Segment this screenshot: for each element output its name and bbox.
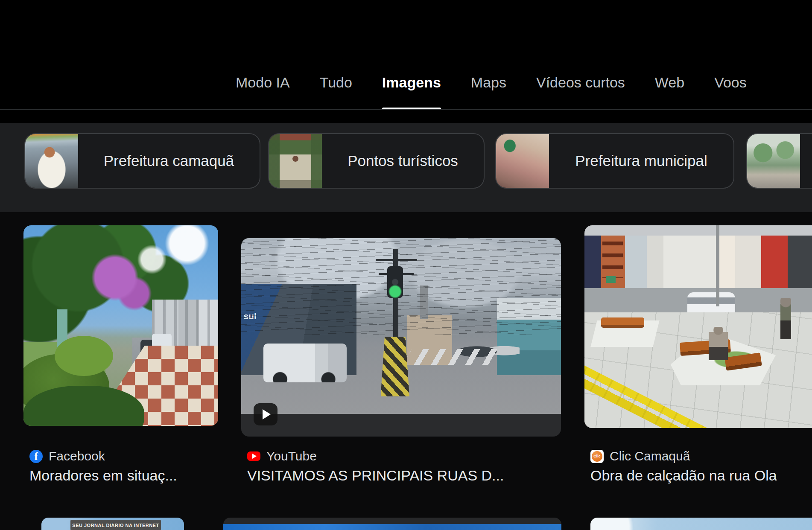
result-source-youtube[interactable]: YouTube (247, 449, 317, 463)
header: Modo IA Tudo Imagens Maps Vídeos curtos … (0, 0, 812, 123)
source-name: Facebook (49, 449, 105, 463)
chip-thumbnail (269, 134, 322, 188)
image-results-grid: f Facebook Moradores em situaç... sul (0, 212, 812, 530)
photo-shape (602, 242, 623, 278)
photo-shape (716, 225, 719, 306)
clic-camaqua-icon: Clic (590, 450, 604, 463)
chip-cut-off[interactable] (746, 133, 812, 189)
facebook-letter: f (34, 450, 38, 463)
related-searches-chip-bar: Prefeitura camaquã Pontos turísticos Pre… (0, 123, 812, 212)
result-title[interactable]: Obra de calçadão na rua Ola (590, 467, 777, 484)
clic-text: Clic (593, 454, 601, 458)
chip-prefeitura-camaqua[interactable]: Prefeitura camaquã (24, 133, 260, 189)
source-name: Clic Camaquã (610, 449, 690, 463)
youtube-icon (247, 451, 260, 461)
tab-imagens[interactable]: Imagens (382, 72, 441, 110)
result-thumbnail-plaza[interactable] (23, 225, 218, 426)
photo-shape (403, 349, 502, 365)
traffic-light-shape (387, 266, 403, 298)
tab-tudo[interactable]: Tudo (320, 72, 352, 110)
photo-shape (606, 276, 615, 283)
result-source-facebook[interactable]: f Facebook (29, 449, 105, 463)
facebook-icon: f (29, 450, 43, 463)
photo-shape (263, 344, 347, 382)
photo-shape (780, 298, 791, 345)
chip-pontos-turisticos[interactable]: Pontos turísticos (268, 133, 485, 189)
result-title[interactable]: VISITAMOS AS PRINCIPAIS RUAS D... (247, 467, 504, 484)
video-thumbnail-street[interactable]: sul (241, 238, 561, 414)
result-video-card[interactable]: sul (241, 238, 561, 437)
chip-label: Prefeitura camaquã (78, 152, 260, 169)
chip-thumbnail (496, 134, 549, 188)
play-button[interactable] (254, 403, 277, 425)
clic-ball: Clic (592, 451, 602, 462)
tab-maps[interactable]: Maps (471, 72, 506, 110)
result-video-card-partial[interactable] (223, 518, 561, 530)
youtube-play-glyph (252, 454, 257, 459)
header-divider (0, 109, 812, 110)
tab-videos-curtos[interactable]: Vídeos curtos (536, 72, 625, 110)
search-result-tabs: Modo IA Tudo Imagens Maps Vídeos curtos … (236, 72, 747, 108)
photo-shape (376, 259, 417, 261)
photo-shape (55, 336, 113, 376)
result-thumbnail-calcadao-render[interactable] (584, 225, 812, 428)
result-source-clic-camaqua[interactable]: Clic Clic Camaquã (590, 449, 690, 463)
jornal-banner: SEU JORNAL DIÁRIO NA INTERNET (70, 520, 161, 530)
chip-thumbnail (25, 134, 78, 188)
play-icon (263, 409, 271, 419)
chip-label: Pontos turísticos (322, 152, 484, 169)
photo-shape (223, 524, 561, 530)
google-images-results-page: Modo IA Tudo Imagens Maps Vídeos curtos … (0, 0, 812, 530)
tab-imagens-label: Imagens (382, 74, 441, 90)
source-name: YouTube (266, 449, 317, 463)
tab-modo-ia[interactable]: Modo IA (236, 72, 290, 110)
photo-shape (601, 317, 644, 328)
photo-shape (709, 327, 728, 364)
chip-prefeitura-municipal[interactable]: Prefeitura municipal (495, 133, 734, 189)
tab-web[interactable]: Web (655, 72, 684, 110)
photo-shape (381, 337, 409, 396)
chip-thumbnail (747, 134, 800, 188)
result-thumbnail-seu-jornal[interactable]: SEU JORNAL DIÁRIO NA INTERNET (41, 518, 184, 530)
chip-label: Prefeitura municipal (549, 152, 733, 169)
result-title[interactable]: Moradores em situaç... (29, 467, 177, 484)
result-thumbnail-partial[interactable] (590, 518, 812, 530)
jornal-banner-text: SEU JORNAL DIÁRIO NA INTERNET (72, 523, 159, 528)
tab-voos[interactable]: Voos (714, 72, 747, 110)
